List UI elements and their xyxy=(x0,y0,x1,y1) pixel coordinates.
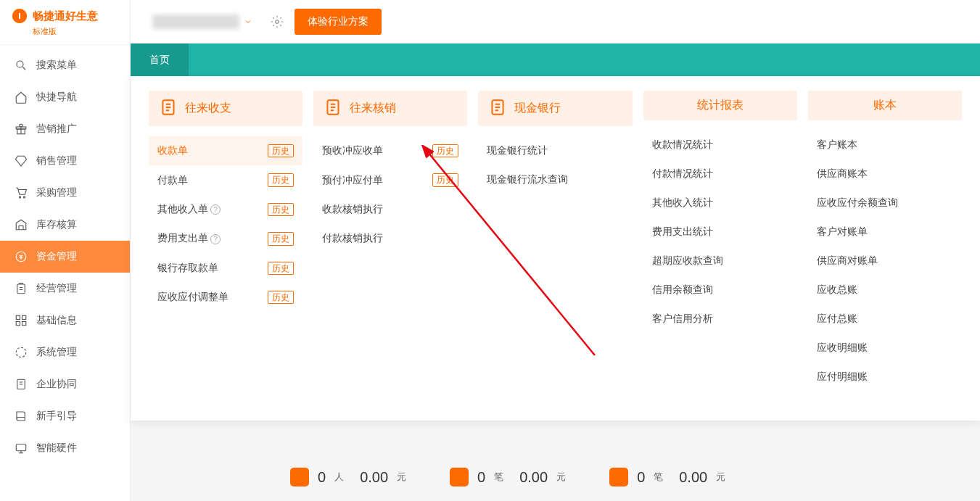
mega-item[interactable]: 应收总账 xyxy=(808,276,962,305)
mega-item[interactable]: 预收冲应收单历史 xyxy=(313,136,467,165)
mega-item-label: 收款单 xyxy=(157,144,188,157)
mega-column-1: 往来核销预收冲应收单历史预付冲应付单历史收款核销执行付款核销执行 xyxy=(313,91,467,392)
mega-item-label: 应付明细账 xyxy=(817,370,868,384)
mega-item[interactable]: 应收明细账 xyxy=(808,334,962,363)
org-selector[interactable] xyxy=(145,10,260,33)
mega-item[interactable]: 应收应付调整单历史 xyxy=(149,283,302,312)
mega-column-header: 往来收支 xyxy=(149,91,302,126)
sidebar-item-label: 资金管理 xyxy=(36,250,77,263)
mega-item[interactable]: 付款情况统计 xyxy=(643,160,797,189)
mega-item[interactable]: 客户信用分析 xyxy=(643,305,797,334)
mega-item-label: 现金银行统计 xyxy=(487,144,548,157)
sidebar-item-12[interactable]: 智能硬件 xyxy=(0,432,130,464)
summary-icon xyxy=(609,468,628,486)
brand-logo-icon xyxy=(11,7,28,25)
mega-column-title: 现金银行 xyxy=(514,101,561,116)
chevron-down-icon xyxy=(244,17,252,26)
mega-column-title: 账本 xyxy=(873,98,897,113)
mega-item[interactable]: 费用支出单?历史 xyxy=(149,224,302,253)
mega-item[interactable]: 收款核销执行 xyxy=(313,195,467,224)
doc-icon xyxy=(488,98,507,119)
tab-0[interactable]: 首页 xyxy=(131,44,189,76)
mega-item[interactable]: 付款单历史 xyxy=(149,165,302,194)
settings-button[interactable] xyxy=(267,12,287,32)
mega-item[interactable]: 银行存取款单历史 xyxy=(149,254,302,283)
summary-icon xyxy=(290,468,309,486)
history-tag[interactable]: 历史 xyxy=(268,262,294,275)
mega-item[interactable]: 客户账本 xyxy=(808,131,962,160)
sidebar-item-10[interactable]: 企业协同 xyxy=(0,368,130,400)
mega-item-label: 应收总账 xyxy=(817,283,857,297)
svg-point-15 xyxy=(276,20,279,23)
mega-item[interactable]: 应付明细账 xyxy=(808,363,962,392)
mega-item-label: 费用支出统计 xyxy=(652,225,713,239)
mega-column-title: 往来收支 xyxy=(185,101,231,116)
sidebar-item-4[interactable]: 采购管理 xyxy=(0,177,130,209)
mega-column-0: 往来收支收款单历史付款单历史其他收入单?历史费用支出单?历史银行存取款单历史应收… xyxy=(149,91,302,392)
experience-plan-button[interactable]: 体验行业方案 xyxy=(295,9,382,35)
sidebar-item-9[interactable]: 系统管理 xyxy=(0,336,130,368)
summary-count: 0 xyxy=(637,469,645,486)
summary-amount: 0.00 xyxy=(679,469,707,486)
svg-rect-9 xyxy=(22,315,26,319)
brand-edition: 标准版 xyxy=(33,26,119,37)
history-tag[interactable]: 历史 xyxy=(432,173,458,186)
mega-item[interactable]: 供应商对账单 xyxy=(808,247,962,276)
mega-item-label: 预付冲应付单 xyxy=(322,174,383,187)
sidebar-item-label: 营销推广 xyxy=(36,123,77,136)
mega-item-label: 客户账本 xyxy=(817,138,857,152)
doc-icon xyxy=(324,98,342,119)
sidebar-item-1[interactable]: 快捷导航 xyxy=(0,81,130,113)
brand-name: 畅捷通好生意 xyxy=(33,9,98,23)
mega-item[interactable]: 预付冲应付单历史 xyxy=(313,165,467,194)
mega-item[interactable]: 信用余额查询 xyxy=(643,276,797,305)
history-tag[interactable]: 历史 xyxy=(432,144,458,157)
history-tag[interactable]: 历史 xyxy=(268,232,294,245)
sidebar-item-3[interactable]: 销售管理 xyxy=(0,145,130,177)
mega-item[interactable]: 收款单历史 xyxy=(149,136,302,165)
mega-item[interactable]: 超期应收款查询 xyxy=(643,247,797,276)
mega-item-label: 付款单 xyxy=(157,174,188,187)
mega-item-label: 客户信用分析 xyxy=(652,312,713,326)
mega-item-label: 供应商账本 xyxy=(817,167,868,181)
sidebar-item-7[interactable]: 经营管理 xyxy=(0,273,130,305)
history-tag[interactable]: 历史 xyxy=(268,173,294,186)
summary-amount: 0.00 xyxy=(519,469,548,486)
mega-item-label: 应收明细账 xyxy=(817,341,868,355)
help-icon[interactable]: ? xyxy=(210,204,221,215)
mega-item[interactable]: 其他收入单?历史 xyxy=(149,195,302,224)
mega-item[interactable]: 费用支出统计 xyxy=(643,218,797,247)
mega-item[interactable]: 其他收入统计 xyxy=(643,189,797,218)
mega-item[interactable]: 应付总账 xyxy=(808,305,962,334)
summary-count: 0 xyxy=(477,469,485,486)
summary-count-unit: 笔 xyxy=(654,471,663,484)
mega-item[interactable]: 客户对账单 xyxy=(808,218,962,247)
svg-rect-14 xyxy=(16,444,26,451)
tab-bar: 首页 xyxy=(131,44,980,76)
sidebar-item-0[interactable]: 搜索菜单 xyxy=(0,49,130,81)
mega-column-title: 统计报表 xyxy=(697,98,744,113)
logo-area: 畅捷通好生意 标准版 xyxy=(0,0,130,45)
sidebar-item-6[interactable]: 资金管理 xyxy=(0,241,130,273)
mega-item[interactable]: 供应商账本 xyxy=(808,160,962,189)
history-tag[interactable]: 历史 xyxy=(268,291,294,304)
mega-column-header: 统计报表 xyxy=(643,91,797,120)
sidebar-item-label: 采购管理 xyxy=(36,186,77,199)
mega-column-header: 往来核销 xyxy=(313,91,467,126)
history-tag[interactable]: 历史 xyxy=(268,144,294,157)
sidebar-item-11[interactable]: 新手引导 xyxy=(0,400,130,432)
sidebar-item-8[interactable]: 基础信息 xyxy=(0,305,130,336)
mega-item[interactable]: 付款核销执行 xyxy=(313,224,467,253)
sidebar-item-2[interactable]: 营销推广 xyxy=(0,113,130,145)
mega-item-label: 其他收入单? xyxy=(157,203,221,216)
mega-item[interactable]: 现金银行统计 xyxy=(478,136,632,165)
mega-item[interactable]: 应收应付余额查询 xyxy=(808,189,962,218)
mega-item[interactable]: 收款情况统计 xyxy=(643,131,797,160)
mega-item[interactable]: 现金银行流水查询 xyxy=(478,165,632,194)
sidebar-item-5[interactable]: 库存核算 xyxy=(0,209,130,241)
history-tag[interactable]: 历史 xyxy=(268,203,294,216)
summary-icon xyxy=(450,468,469,486)
summary-amount-unit: 元 xyxy=(397,471,406,484)
help-icon[interactable]: ? xyxy=(210,234,221,244)
mega-column-4: 账本客户账本供应商账本应收应付余额查询客户对账单供应商对账单应收总账应付总账应收… xyxy=(808,91,962,392)
